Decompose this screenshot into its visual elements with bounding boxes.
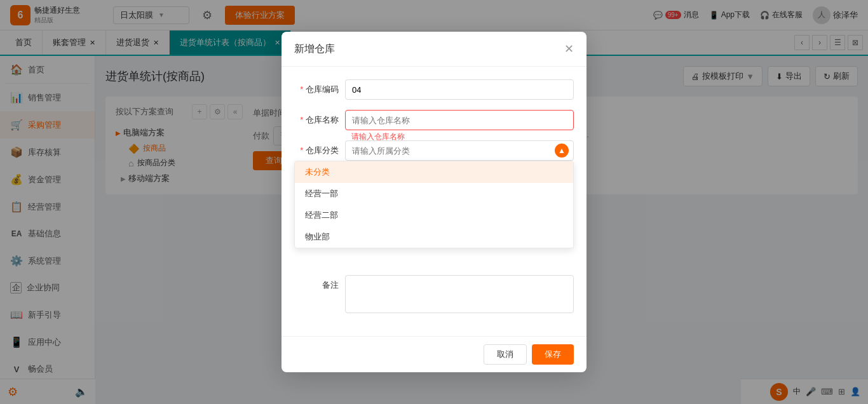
- form-row-category: 仓库分类 ▲ 未分类 经营一部 经营二部 物业部: [294, 140, 574, 161]
- remark-label: 备注: [294, 275, 345, 295]
- cancel-button[interactable]: 取消: [484, 344, 527, 365]
- name-input[interactable]: [345, 110, 574, 130]
- modal-new-warehouse: 新增仓库 ✕ 仓库编码 仓库名称 请输入仓库名称 仓库分类 ▲: [281, 32, 587, 372]
- category-label: 仓库分类: [294, 140, 345, 161]
- modal-header: 新增仓库 ✕: [281, 32, 587, 67]
- category-toggle-btn[interactable]: ▲: [555, 144, 569, 158]
- dropdown-item-0[interactable]: 未分类: [295, 161, 573, 183]
- save-button[interactable]: 保存: [532, 344, 574, 365]
- modal-overlay[interactable]: 新增仓库 ✕ 仓库编码 仓库名称 请输入仓库名称 仓库分类 ▲: [0, 0, 868, 404]
- modal-title: 新增仓库: [294, 43, 335, 56]
- name-label: 仓库名称: [294, 110, 345, 130]
- category-wrapper: ▲: [345, 140, 574, 161]
- modal-footer: 取消 保存: [281, 336, 587, 372]
- category-input[interactable]: [345, 140, 574, 161]
- code-label: 仓库编码: [294, 79, 345, 100]
- modal-body: 仓库编码 仓库名称 请输入仓库名称 仓库分类 ▲ 未分类 经营一部: [281, 67, 587, 336]
- form-row-name: 仓库名称 请输入仓库名称: [294, 110, 574, 130]
- remark-textarea[interactable]: [345, 275, 574, 313]
- dropdown-item-1[interactable]: 经营一部: [295, 183, 573, 205]
- modal-close-button[interactable]: ✕: [564, 42, 574, 56]
- form-row-code: 仓库编码: [294, 79, 574, 100]
- form-row-remark: 备注: [294, 275, 574, 313]
- dropdown-item-3[interactable]: 物业部: [295, 226, 573, 248]
- dropdown-item-2[interactable]: 经营二部: [295, 205, 573, 226]
- code-input[interactable]: [345, 79, 574, 100]
- category-dropdown: 未分类 经营一部 经营二部 物业部: [294, 161, 574, 248]
